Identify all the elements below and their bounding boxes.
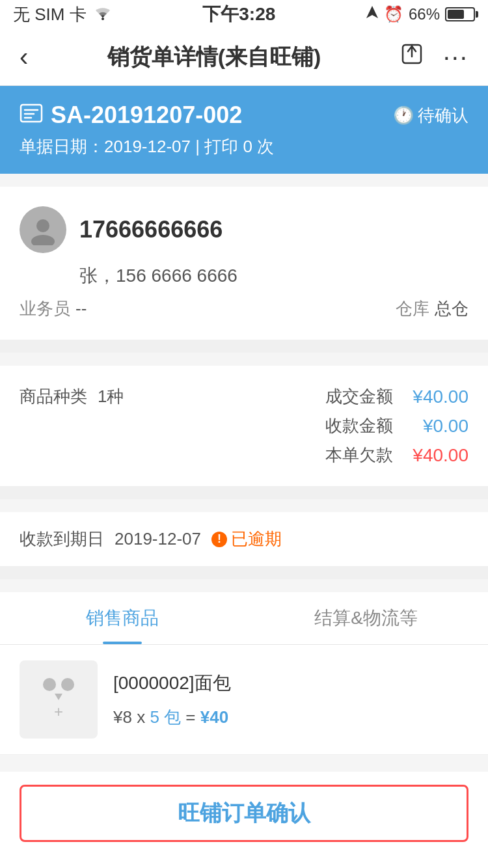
product-list: + [0000002]面包 ¥8 x 5 包 = ¥40 bbox=[0, 645, 488, 755]
product-qty: 5 bbox=[150, 707, 159, 727]
tab-sales-products[interactable]: 销售商品 bbox=[0, 592, 244, 644]
product-unit-price: ¥8 bbox=[113, 707, 132, 727]
back-button[interactable]: ‹ bbox=[20, 42, 28, 72]
customer-meta: 业务员 -- 仓库 总仓 bbox=[20, 297, 468, 320]
status-bar-time: 下午3:28 bbox=[202, 2, 275, 27]
carrier-label: 无 SIM 卡 bbox=[13, 3, 87, 26]
wifi-icon bbox=[93, 5, 113, 25]
order-header-card: SA-20191207-002 🕐 待确认 单据日期：2019-12-07 | … bbox=[0, 86, 488, 174]
salesperson-label: 业务员 bbox=[20, 297, 70, 320]
deal-amount-item: 成交金额 ¥40.00 bbox=[325, 385, 468, 408]
due-date-value: 2019-12-07 bbox=[115, 529, 201, 549]
due-date-label: 收款到期日 bbox=[20, 528, 104, 550]
product-multiply: x bbox=[137, 707, 150, 727]
location-icon bbox=[366, 5, 379, 23]
order-status: 🕐 待确认 bbox=[393, 104, 468, 127]
received-amount-item: 收款金额 ¥0.00 bbox=[325, 414, 468, 437]
owl-eye-left bbox=[43, 678, 56, 691]
customer-row: 17666666666 bbox=[20, 206, 468, 253]
nav-actions: ··· bbox=[400, 42, 468, 72]
section-divider-3 bbox=[0, 566, 488, 579]
customer-section: 17666666666 张，156 6666 6666 业务员 -- 仓库 总仓 bbox=[0, 187, 488, 340]
customer-name: 张，156 6666 6666 bbox=[79, 264, 237, 288]
summary-section: 商品种类 1种 成交金额 ¥40.00 收款金额 ¥0.00 本单欠款 ¥40.… bbox=[0, 366, 488, 486]
warehouse-label: 仓库 bbox=[396, 297, 429, 320]
product-types-value: 1种 bbox=[98, 385, 124, 408]
owl-eye-right bbox=[61, 678, 74, 691]
bottom-bar: 旺铺订单确认 bbox=[0, 772, 488, 868]
product-unit: 包 bbox=[164, 707, 181, 727]
received-amount-value: ¥0.00 bbox=[403, 416, 468, 437]
salesperson-item: 业务员 -- bbox=[20, 297, 87, 320]
overdue-icon: ! bbox=[211, 532, 227, 547]
nav-bar: ‹ 销货单详情(来自旺铺) ··· bbox=[0, 29, 488, 86]
tab-indicator bbox=[103, 642, 142, 644]
section-divider-2 bbox=[0, 486, 488, 499]
summary-row: 商品种类 1种 成交金额 ¥40.00 收款金额 ¥0.00 本单欠款 ¥40.… bbox=[20, 385, 468, 467]
status-bar: 无 SIM 卡 下午3:28 ⏰ 66% bbox=[0, 0, 488, 29]
status-bar-right: ⏰ 66% bbox=[366, 5, 475, 23]
warehouse-value: 总仓 bbox=[435, 297, 468, 320]
table-row: + [0000002]面包 ¥8 x 5 包 = ¥40 bbox=[0, 645, 488, 755]
tabs-section: 销售商品 结算&物流等 + [0000002]面包 bbox=[0, 592, 488, 755]
customer-phone: 17666666666 bbox=[79, 216, 223, 243]
svg-point-4 bbox=[31, 235, 55, 245]
product-name: [0000002]面包 bbox=[113, 671, 468, 696]
more-icon[interactable]: ··· bbox=[443, 42, 468, 72]
order-date: 单据日期：2019-12-07 | 打印 0 次 bbox=[20, 135, 468, 158]
page-title: 销货单详情(来自旺铺) bbox=[107, 42, 321, 72]
debt-amount-value: ¥40.00 bbox=[403, 445, 468, 466]
status-bar-left: 无 SIM 卡 bbox=[13, 3, 113, 26]
summary-right: 成交金额 ¥40.00 收款金额 ¥0.00 本单欠款 ¥40.00 bbox=[325, 385, 468, 467]
alarm-icon: ⏰ bbox=[384, 5, 403, 23]
deal-amount-label: 成交金额 bbox=[325, 385, 393, 408]
product-info: [0000002]面包 ¥8 x 5 包 = ¥40 bbox=[113, 671, 468, 729]
avatar bbox=[20, 206, 66, 253]
debt-amount-label: 本单欠款 bbox=[325, 444, 393, 467]
product-thumbnail: + bbox=[20, 660, 98, 739]
product-types-label: 商品种类 bbox=[20, 385, 87, 408]
owl-eyes bbox=[43, 678, 74, 691]
svg-point-3 bbox=[36, 219, 49, 232]
order-id: SA-20191207-002 bbox=[20, 102, 242, 129]
due-section: 收款到期日 2019-12-07 ! 已逾期 bbox=[0, 512, 488, 566]
section-divider-1 bbox=[0, 340, 488, 353]
svg-point-0 bbox=[102, 18, 104, 20]
overdue-text: 已逾期 bbox=[231, 528, 282, 550]
customer-name-row: 张，156 6666 6666 bbox=[20, 264, 468, 288]
owl-beak bbox=[55, 694, 62, 700]
share-icon[interactable] bbox=[400, 42, 424, 72]
tab-settlement[interactable]: 结算&物流等 bbox=[244, 592, 488, 644]
product-total: ¥40 bbox=[200, 707, 228, 727]
order-icon bbox=[20, 102, 43, 129]
tabs-header: 销售商品 结算&物流等 bbox=[0, 592, 488, 645]
product-price: ¥8 x 5 包 = ¥40 bbox=[113, 706, 468, 729]
battery-label: 66% bbox=[409, 5, 440, 23]
received-amount-label: 收款金额 bbox=[325, 414, 393, 437]
warehouse-item: 仓库 总仓 bbox=[396, 297, 468, 320]
confirm-order-button[interactable]: 旺铺订单确认 bbox=[20, 785, 468, 842]
deal-amount-value: ¥40.00 bbox=[403, 387, 468, 407]
debt-amount-item: 本单欠款 ¥40.00 bbox=[325, 444, 468, 467]
overdue-badge: ! 已逾期 bbox=[211, 528, 282, 550]
battery-icon bbox=[445, 7, 475, 21]
owl-plus: + bbox=[54, 703, 63, 721]
clock-icon: 🕐 bbox=[393, 105, 414, 126]
salesperson-value: -- bbox=[75, 299, 87, 319]
owl-logo: + bbox=[43, 678, 74, 721]
product-equals: = bbox=[185, 707, 200, 727]
product-types: 商品种类 1种 bbox=[20, 385, 124, 408]
